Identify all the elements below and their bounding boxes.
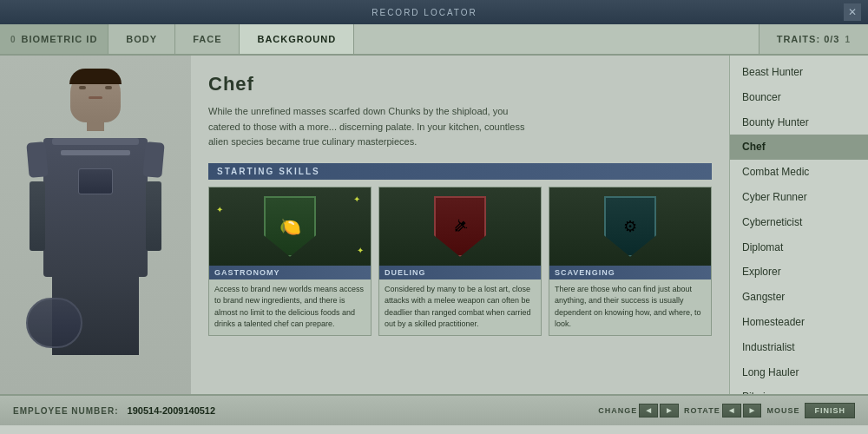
background-list-item[interactable]: Gangster [730, 285, 868, 310]
background-name: Chef [208, 73, 712, 95]
change-group: CHANGE ◄ ► [598, 404, 679, 418]
background-list-item[interactable]: Industrialist [730, 335, 868, 360]
mouse-label: MOUSE [766, 406, 799, 415]
employee-label: EMPLOYEE NUMBER: [13, 406, 119, 416]
tab-background[interactable]: BACKGROUND [240, 24, 354, 54]
top-bar-title: RECORD LOCATOR [7, 8, 842, 17]
character-figure [26, 69, 165, 364]
change-right-button[interactable]: ► [660, 404, 679, 418]
tab-face[interactable]: FACE [175, 24, 240, 54]
background-list-item[interactable]: Beast Hunter [730, 60, 868, 85]
background-list-item[interactable]: Cyber Runner [730, 185, 868, 210]
rotate-group: ROTATE ◄ ► [684, 404, 761, 418]
skill-icon-scavenging: ⚙ [549, 187, 711, 266]
skill-card-gastronomy: 🍋 ✦ ✦ ✦ GASTRONOMY Access to brand new w… [208, 187, 372, 336]
skill-icon-gastronomy: 🍋 ✦ ✦ ✦ [209, 187, 371, 266]
sparkle-1: ✦ [353, 194, 360, 204]
background-list-item[interactable]: Bounty Hunter [730, 110, 868, 135]
skill-desc-scavenging: There are those who can find just about … [549, 279, 711, 335]
tab4-num: 1 [845, 35, 851, 44]
background-list-item[interactable]: Diplomat [730, 235, 868, 260]
top-bar: RECORD LOCATOR ✕ [0, 0, 868, 24]
rotate-left-button[interactable]: ◄ [722, 404, 741, 418]
background-description: While the unrefined masses scarfed down … [208, 104, 538, 150]
scavenging-shield: ⚙ [604, 196, 656, 257]
skill-desc-gastronomy: Access to brand new worlds means access … [209, 279, 371, 335]
close-button[interactable]: ✕ [844, 3, 861, 21]
sparkle-3: ✦ [357, 246, 364, 255]
tab3-label: BACKGROUND [257, 34, 336, 44]
background-list-item[interactable]: Cyberneticist [730, 210, 868, 235]
finish-label: FINISH [814, 406, 845, 415]
tab-biometric-id[interactable]: 0 BIOMETRIC ID [0, 24, 108, 54]
skill-icon-dueling: 🗡 [379, 187, 541, 266]
character-panel [0, 56, 191, 394]
tab2-label: FACE [193, 34, 221, 44]
skills-grid: 🍋 ✦ ✦ ✦ GASTRONOMY Access to brand new w… [208, 187, 712, 336]
employee-number: 190514-2009140512 [128, 405, 216, 416]
background-list-item[interactable]: Combat Medic [730, 160, 868, 185]
tab-body[interactable]: BODY [108, 24, 175, 54]
skills-header: STARTING SKILLS [208, 163, 712, 180]
rotate-right-button[interactable]: ► [743, 404, 762, 418]
sparkle-2: ✦ [216, 205, 223, 214]
background-list-item[interactable]: Pilgrim [730, 385, 868, 394]
background-list-item[interactable]: Bouncer [730, 85, 868, 110]
skill-card-scavenging: ⚙ SCAVENGING There are those who can fin… [549, 187, 712, 336]
skill-name-dueling: DUELING [379, 266, 541, 279]
dueling-shield: 🗡 [434, 196, 486, 257]
change-label: CHANGE [598, 406, 637, 415]
background-list-item[interactable]: Chef [730, 135, 868, 160]
gastronomy-shield: 🍋 [264, 196, 316, 257]
skill-card-dueling: 🗡 DUELING Considered by many to be a los… [378, 187, 542, 336]
mouse-group: MOUSE [766, 406, 799, 415]
rotate-label: ROTATE [684, 406, 720, 415]
finish-button[interactable]: FINISH [805, 403, 855, 418]
skill-desc-dueling: Considered by many to be a lost art, clo… [379, 279, 541, 335]
bottom-bar: EMPLOYEE NUMBER: 190514-2009140512 CHANG… [0, 394, 868, 425]
tab0-label: BIOMETRIC ID [22, 34, 98, 44]
bottom-buttons: CHANGE ◄ ► ROTATE ◄ ► MOUSE FINISH [598, 403, 855, 418]
main-content: Chef While the unrefined masses scarfed … [0, 56, 868, 394]
nav-tabs: 0 BIOMETRIC ID BODY FACE BACKGROUND TRAI… [0, 24, 868, 56]
background-list-item[interactable]: Long Hauler [730, 360, 868, 385]
tab0-num: 0 [10, 35, 16, 44]
background-list[interactable]: Beast HunterBouncerBounty HunterChefComb… [729, 56, 868, 394]
tab1-label: BODY [126, 34, 157, 44]
info-panel: Chef While the unrefined masses scarfed … [191, 56, 729, 394]
skill-name-gastronomy: GASTRONOMY [209, 266, 371, 279]
skill-name-scavenging: SCAVENGING [549, 266, 711, 279]
skills-section: STARTING SKILLS 🍋 ✦ ✦ ✦ GASTRONOMY Acces… [208, 163, 712, 336]
tab4-label: TRAITS: 0/3 [777, 34, 840, 44]
tab-traits[interactable]: TRAITS: 0/3 1 [759, 24, 868, 54]
background-list-item[interactable]: Explorer [730, 260, 868, 285]
change-left-button[interactable]: ◄ [639, 404, 658, 418]
background-list-item[interactable]: Homesteader [730, 310, 868, 335]
